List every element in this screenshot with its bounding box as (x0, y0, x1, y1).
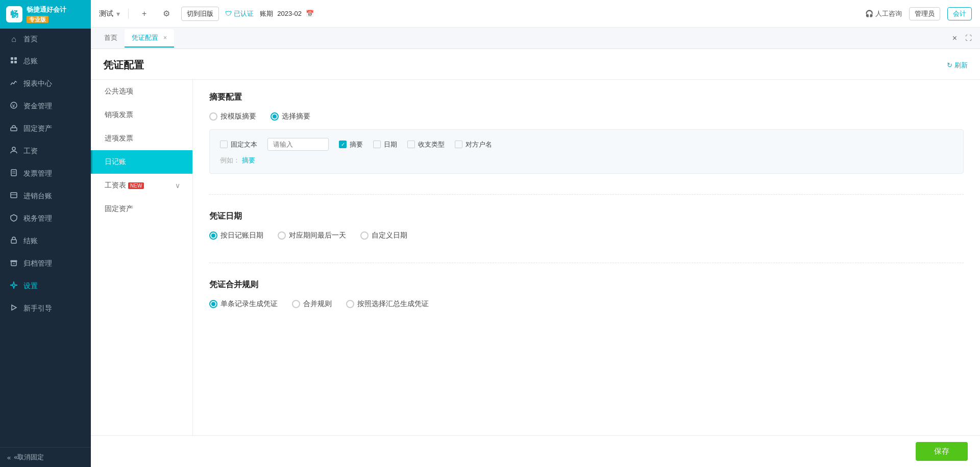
arrow-left-icon: « (7, 454, 11, 461)
sidebar-item-archive[interactable]: 归档管理 (0, 252, 91, 275)
radio-circle-merge-rule (292, 300, 300, 308)
dropdown-icon[interactable]: ▾ (116, 10, 120, 18)
radio-select-summary[interactable]: 选择摘要 (271, 112, 310, 121)
sidebar: 畅 畅捷通好会计 专业版 ⌂ 首页 总账 报表中心 ¥ (0, 0, 91, 467)
company-name: 测试 ▾ (99, 9, 120, 18)
svg-rect-3 (14, 61, 17, 63)
nav-payroll[interactable]: 工资表 NEW ∨ (91, 174, 192, 197)
refresh-icon: ↻ (947, 61, 952, 69)
sidebar-item-funds[interactable]: ¥ 资金管理 (0, 95, 91, 118)
tab-home[interactable]: 首页 (97, 29, 125, 48)
radio-custom-date[interactable]: 自定义日期 (360, 231, 407, 240)
radio-period-last[interactable]: 对应期间最后一天 (278, 231, 346, 240)
certified-badge: 🛡 已认证 (225, 9, 254, 18)
sidebar-item-label: 固定资产 (23, 124, 52, 133)
support-label: 人工咨询 (875, 9, 902, 18)
radio-circle-template (209, 112, 217, 121)
summary-radio-group: 按模版摘要 选择摘要 (209, 112, 964, 121)
expand-icon: ∨ (175, 181, 180, 190)
radio-circle-single (209, 300, 217, 308)
page-header: 凭证配置 ↻ 刷新 (91, 49, 980, 80)
reports-icon (9, 79, 18, 89)
radio-single-label: 单条记录生成凭证 (220, 299, 278, 309)
tab-voucher-config[interactable]: 凭证配置 × (125, 29, 174, 48)
switch-version-btn[interactable]: 切到旧版 (181, 7, 219, 21)
funds-icon: ¥ (9, 101, 18, 111)
svg-rect-0 (11, 57, 13, 60)
fullscreen-btn[interactable]: ⛶ (963, 32, 974, 45)
checkbox-income-type[interactable]: 收支类型 (407, 140, 445, 149)
role-btn[interactable]: 会计 (947, 7, 972, 20)
cancel-fixed-btn[interactable]: « «取消固定 (0, 447, 91, 467)
svg-marker-18 (12, 305, 16, 310)
checkbox-fixed-text[interactable]: 固定文本 (220, 140, 257, 149)
radio-period-last-label: 对应期间最后一天 (289, 231, 346, 240)
period-label: 账期 (260, 9, 273, 18)
nav-sales-invoice[interactable]: 销项发票 (91, 103, 192, 127)
main-area: 测试 ▾ + ⚙ 切到旧版 🛡 已认证 账期 2023-02 📅 🎧 人工咨询 … (91, 0, 980, 467)
checkbox-date[interactable]: 日期 (373, 140, 397, 149)
nav-purchase-invoice[interactable]: 进项发票 (91, 127, 192, 150)
svg-text:¥: ¥ (12, 103, 15, 108)
sidebar-item-label: 设置 (23, 282, 38, 291)
checkbox-counterpart-box (455, 141, 462, 148)
radio-template-summary[interactable]: 按模版摘要 (209, 112, 256, 121)
radio-select-merge-label: 按照选择汇总生成凭证 (357, 299, 429, 309)
sidebar-item-sales-purchases[interactable]: 进销台账 (0, 185, 91, 207)
radio-template-label: 按模版摘要 (220, 112, 256, 121)
tab-close-icon[interactable]: × (163, 34, 167, 41)
fixed-assets-icon (9, 124, 18, 134)
svg-point-7 (12, 147, 15, 150)
radio-merge-rule-label: 合并规则 (303, 299, 332, 309)
sidebar-item-home[interactable]: ⌂ 首页 (0, 29, 91, 50)
nav-fixed-assets[interactable]: 固定资产 (91, 197, 192, 221)
sidebar-item-invoice[interactable]: 发票管理 (0, 162, 91, 185)
sidebar-item-settings[interactable]: 设置 (0, 275, 91, 297)
refresh-label: 刷新 (954, 61, 968, 70)
nav-journal[interactable]: 日记账 (91, 150, 192, 174)
support-btn[interactable]: 🎧 人工咨询 (865, 9, 902, 18)
logo-icon: 畅 (6, 6, 22, 22)
new-badge: NEW (128, 182, 144, 189)
radio-single[interactable]: 单条记录生成凭证 (209, 299, 278, 309)
save-button[interactable]: 保存 (916, 442, 968, 461)
period-value: 2023-02 (277, 10, 302, 17)
radio-journal-date[interactable]: 按日记账日期 (209, 231, 263, 240)
sidebar-item-reports[interactable]: 报表中心 (0, 73, 91, 95)
fixed-text-input[interactable] (267, 138, 329, 151)
close-btn[interactable]: × (950, 32, 959, 45)
tabbar: 首页 凭证配置 × × ⛶ (91, 28, 980, 49)
settings-btn[interactable]: ⚙ (158, 7, 175, 20)
nav-public[interactable]: 公共选项 (91, 80, 192, 103)
merge-radio-group: 单条记录生成凭证 合并规则 按照选择汇总生成凭证 (209, 299, 964, 309)
checkbox-summary[interactable]: 摘要 (339, 140, 363, 149)
radio-circle-period-last (278, 231, 286, 240)
svg-rect-8 (11, 170, 16, 176)
content-body: 公共选项 销项发票 进项发票 日记账 工资表 NEW ∨ 固定资产 (91, 80, 980, 435)
invoice-icon (9, 169, 18, 179)
left-nav: 公共选项 销项发票 进项发票 日记账 工资表 NEW ∨ 固定资产 (91, 80, 193, 435)
radio-merge-rule[interactable]: 合并规则 (292, 299, 332, 309)
sidebar-item-label: 首页 (23, 35, 38, 44)
guide-icon (9, 303, 18, 314)
sidebar-item-fixed-assets[interactable]: 固定资产 (0, 118, 91, 140)
checkbox-row: 固定文本 摘要 日期 (220, 138, 953, 151)
sidebar-item-ledger[interactable]: 总账 (0, 50, 91, 73)
topbar-divider (128, 9, 129, 19)
radio-select-merge[interactable]: 按照选择汇总生成凭证 (346, 299, 429, 309)
right-panel: 摘要配置 按模版摘要 选择摘要 (193, 80, 980, 435)
payroll-icon (9, 146, 18, 156)
sidebar-item-closing[interactable]: 结账 (0, 230, 91, 252)
add-btn[interactable]: + (137, 7, 152, 20)
calendar-icon[interactable]: 📅 (306, 10, 314, 17)
tabbar-right: × ⛶ (950, 32, 974, 45)
sidebar-item-guide[interactable]: 新手引导 (0, 297, 91, 320)
summary-section: 摘要配置 按模版摘要 选择摘要 (209, 92, 964, 195)
sidebar-item-tax[interactable]: 税务管理 (0, 207, 91, 230)
checkbox-counterpart[interactable]: 对方户名 (455, 140, 492, 149)
svg-rect-6 (11, 128, 17, 131)
sidebar-item-payroll[interactable]: 工资 (0, 140, 91, 162)
refresh-btn[interactable]: ↻ 刷新 (947, 61, 968, 70)
shield-icon: 🛡 (225, 10, 232, 17)
admin-btn[interactable]: 管理员 (909, 7, 940, 20)
